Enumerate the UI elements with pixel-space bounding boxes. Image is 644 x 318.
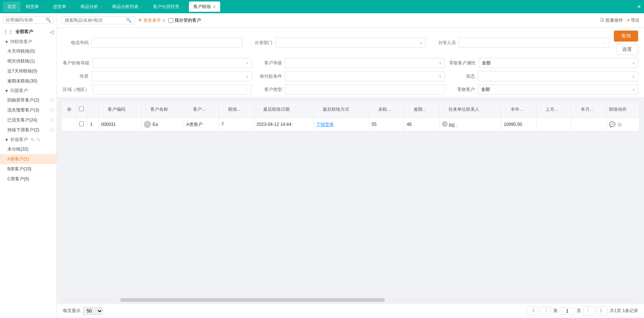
filter-search-box[interactable]: 🔍 <box>61 16 135 24</box>
dept-select[interactable]: ∨ <box>275 38 426 48</box>
th-grade[interactable]: ⋮ 客户... <box>184 101 219 118</box>
sidebar-item-class-b[interactable]: B类客户(33) <box>0 164 57 174</box>
sidebar-item-class-c[interactable]: C类客户(6) <box>0 174 57 184</box>
phone-input[interactable] <box>92 38 242 48</box>
tab-goods-analysis-close[interactable]: × <box>100 4 103 9</box>
th-code[interactable]: ⋮ 客户编码 <box>99 101 142 118</box>
tab-purchase[interactable]: 进货单 × <box>49 1 75 12</box>
tab-goods-analysis[interactable]: 商品分析 × <box>76 1 107 12</box>
more-conditions-btn[interactable]: ▼ 更多条件 ∨ <box>138 17 165 24</box>
my-customers-checkbox[interactable] <box>168 18 173 23</box>
last-contact-method-link[interactable]: 下销货单 <box>316 122 334 127</box>
filter-search-input[interactable] <box>65 18 125 23</box>
tab-customer-contact-close[interactable]: × <box>213 4 215 9</box>
nature-select[interactable]: ∨ <box>92 71 252 81</box>
sidebar-all-customers[interactable]: ⋮⋮ 全部客户 ◁ <box>0 26 57 37</box>
sidebar-search-icon[interactable]: 🔍 <box>46 17 51 22</box>
sidebar-item-unclassified-label: 未分组(32) <box>7 146 28 152</box>
tab-goods-analysis-list[interactable]: 商品分析列表 × <box>108 1 147 12</box>
th-contact[interactable]: ⋮ 联络... <box>219 101 254 118</box>
export-btn[interactable]: ↗ 导出 <box>626 17 640 24</box>
sidebar-item-repurchase-icon: ⓘ <box>50 98 54 103</box>
th-this-month[interactable]: ⋮ 本月... <box>572 101 607 118</box>
th-overdue[interactable]: ⋮ 逾期... <box>404 101 439 118</box>
th-this-year[interactable]: ⋮ 本年... <box>501 101 536 118</box>
prev-page-btn[interactable]: 〈 <box>540 307 551 315</box>
sidebar-group-edit-icon[interactable]: ✎ <box>37 137 40 142</box>
filter-cell-region: 区域（地区） ··· <box>63 84 252 95</box>
row-checkbox[interactable] <box>79 121 84 126</box>
customer-type-select[interactable] <box>285 84 445 95</box>
top-nav-close[interactable]: × <box>637 3 641 11</box>
sidebar-search-box[interactable]: 🔍 <box>3 16 54 24</box>
th-overdue-label: 逾期... <box>414 107 426 112</box>
sidebar-item-class-a[interactable]: A类客户(1) <box>0 154 57 164</box>
last-page-btn[interactable]: 》 <box>597 307 608 315</box>
status-label: 状态 <box>449 73 475 80</box>
grade-select[interactable]: ∨ <box>285 58 445 68</box>
sidebar-group-pending[interactable]: ▼ 待联络客户 <box>0 37 57 46</box>
sidebar-item-tomorrow[interactable]: 明天待联络(1) <box>0 56 57 66</box>
payment-select[interactable]: ∨ <box>285 71 445 81</box>
tab-customer-contact[interactable]: 客户联络 × <box>189 1 220 12</box>
col-drag-uncontacted: ⋮ <box>372 107 376 112</box>
tab-sales-close[interactable]: × <box>41 4 43 9</box>
sidebar-search-input[interactable] <box>6 17 44 22</box>
td-this-month <box>572 118 607 131</box>
sidebar-group-value[interactable]: ▼ 价值客户 ↻ ✎ <box>0 135 57 144</box>
th-uncontacted-label: 未联... <box>378 107 391 112</box>
filter-search-icon[interactable]: 🔍 <box>126 18 132 23</box>
th-last-contact-method[interactable]: ⋮ 最后联络方式 <box>314 101 369 118</box>
tab-home-label: 首页 <box>7 4 16 10</box>
select-all-checkbox[interactable] <box>79 106 84 111</box>
dept-arrow-icon: ∨ <box>420 41 422 45</box>
sidebar-group-refresh-icon[interactable]: ↻ <box>31 137 35 142</box>
tab-purchase-close[interactable]: × <box>68 4 71 9</box>
retail-select[interactable]: 全部 ∨ <box>478 84 638 95</box>
status-select[interactable]: ∨ <box>478 71 638 81</box>
th-name[interactable]: ⋮ 客户名称 <box>141 101 184 118</box>
settings-btn[interactable]: 设置 <box>616 44 638 55</box>
price-grade-select[interactable]: ∨ <box>92 58 252 68</box>
tab-home[interactable]: 首页 <box>3 1 21 12</box>
page-input[interactable] <box>560 307 575 315</box>
tab-customer-layer-close[interactable]: × <box>182 4 184 9</box>
retail-arrow: ∨ <box>632 88 635 92</box>
scrollbar-thumb[interactable] <box>120 298 385 302</box>
top-nav: 首页 销货单 × 进货单 × 商品分析 × 商品分析列表 × 客户分层经营 × … <box>0 0 644 13</box>
sidebar-item-unclassified[interactable]: 未分组(32) <box>0 144 57 154</box>
my-customers-checkbox-group[interactable]: 我分管的客户 <box>168 17 201 24</box>
sidebar-item-churn-warning[interactable]: 流失预警客户(3) ⓘ <box>0 105 57 115</box>
filter-right: ☑ 批量操作 ↗ 导出 <box>600 17 640 24</box>
retail-attr-select[interactable]: 全部 ∨ <box>479 58 638 68</box>
sidebar-item-overdue[interactable]: 逾期未联络(30) <box>0 76 57 86</box>
region-select[interactable]: ··· <box>92 84 252 95</box>
th-last-contact-date[interactable]: ⋮ 最后联络日期 <box>254 101 314 118</box>
th-last-month[interactable]: ⋮ 上月... <box>536 101 571 118</box>
sidebar-item-churned[interactable]: 已流失客户(24) ⓘ <box>0 115 57 125</box>
sidebar-item-repurchase-abnormal[interactable]: 回购异常客户(2) ⓘ <box>0 95 57 105</box>
content-area: 🔍 ▼ 更多条件 ∨ 我分管的客户 ☑ 批量操作 <box>57 13 644 318</box>
sidebar-group-problem[interactable]: ▼ 问题客户 <box>0 86 57 95</box>
sidebar-item-declining[interactable]: 持续下滑客户(2) ⓘ <box>0 125 57 135</box>
qr-icon[interactable]: ⊞ <box>618 121 622 127</box>
chat-icon[interactable]: 💬 <box>609 121 615 127</box>
sidebar-collapse-icon[interactable]: ◁ <box>50 29 54 35</box>
tab-goods-analysis-list-close[interactable]: × <box>141 4 143 9</box>
th-uncontacted[interactable]: ⋮ 未联... <box>369 101 404 118</box>
next-page-btn[interactable]: 〉 <box>583 307 594 315</box>
tab-sales[interactable]: 销货单 × <box>21 1 48 12</box>
sidebar-item-today[interactable]: 今天待联络(0) <box>0 46 57 56</box>
th-code-label: 客户编码 <box>108 107 125 112</box>
td-checkbox <box>77 118 88 131</box>
sidebar-item-7days[interactable]: 近7天待联络(0) <box>0 66 57 76</box>
tab-goods-analysis-label: 商品分析 <box>80 4 98 10</box>
column-settings-btn[interactable]: ⚙ <box>64 104 74 114</box>
person-select[interactable]: ··· <box>459 38 609 48</box>
query-btn[interactable]: 查询 <box>614 31 638 42</box>
first-page-btn[interactable]: 《 <box>527 307 538 315</box>
batch-op-btn[interactable]: ☑ 批量操作 <box>600 17 623 24</box>
tab-customer-layer[interactable]: 客户分层经营 × <box>149 1 188 12</box>
th-contact-person[interactable]: ⋮ 往来单位联系人 <box>439 101 501 118</box>
page-size-select[interactable]: 50 10 20 100 <box>83 307 103 315</box>
